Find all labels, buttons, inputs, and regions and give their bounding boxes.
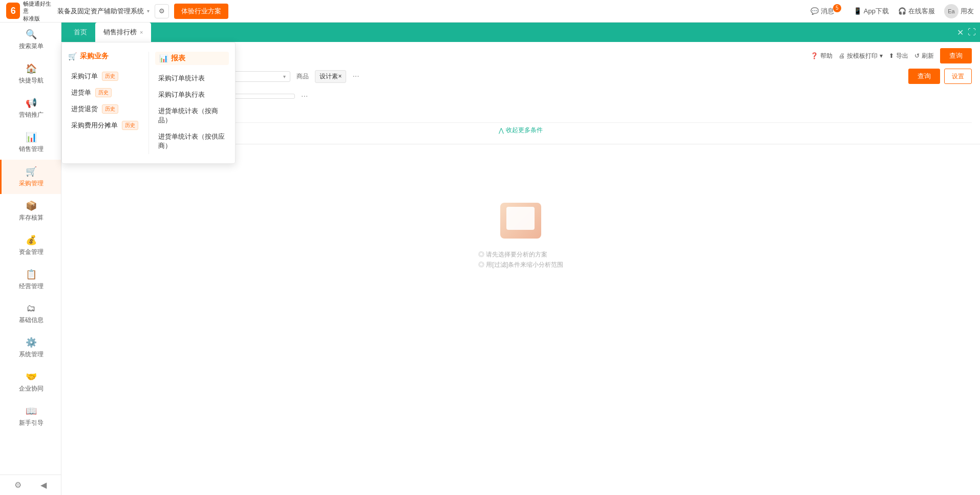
- user-item[interactable]: Ea 用友: [944, 4, 974, 18]
- goods-label: 商品: [296, 72, 309, 81]
- app-download-item[interactable]: 📱 App下载: [854, 7, 889, 16]
- sidebar-item-cooperation[interactable]: 🤝企业协同: [0, 365, 61, 399]
- dropdown-arrow-icon[interactable]: ▾: [147, 8, 150, 14]
- report-menu-item[interactable]: 进货单统计表（按商品）: [155, 103, 229, 128]
- operation-icon: 📋: [26, 269, 37, 280]
- sidebar: 🔍搜索菜单🏠快捷导航📢营销推广📊销售管理🛒采购管理📦库存核算💰资金管理📋经营管理…: [0, 23, 61, 495]
- status-arrow-icon: ▾: [283, 74, 286, 79]
- report-menu-item[interactable]: 采购订单执行表: [155, 87, 229, 103]
- purchase-dropdown-menu: 🛒 采购业务 采购订单历史进货单历史进货退货历史采购费用分摊单历史 📊 报表 采…: [61, 42, 236, 164]
- sidebar-item-sales[interactable]: 📊销售管理: [0, 125, 61, 160]
- tab-sales-rank[interactable]: 销售排行榜 ×: [95, 23, 151, 42]
- logo-area: 6 畅捷通好生意 标准版: [6, 0, 52, 22]
- system-title: 装备及固定资产辅助管理系统 ▾: [57, 7, 150, 16]
- sidebar-settings-btn[interactable]: ⚙: [14, 480, 22, 490]
- industry-button[interactable]: 体验行业方案: [174, 4, 228, 19]
- avatar: Ea: [944, 4, 958, 18]
- dropdown-columns: 🛒 采购业务 采购订单历史进货单历史进货退货历史采购费用分摊单历史 📊 报表 采…: [62, 48, 235, 158]
- goods-dots[interactable]: ···: [352, 72, 359, 81]
- query-button[interactable]: 查询: [940, 48, 972, 63]
- history-badge: 历史: [102, 72, 118, 81]
- tab-home[interactable]: 首页: [66, 23, 95, 42]
- purchase-menu-item[interactable]: 进货退货历史: [68, 101, 142, 117]
- salesperson-dots[interactable]: ···: [301, 92, 308, 101]
- purchase-col: 🛒 采购业务 采购订单历史进货单历史进货退货历史采购费用分摊单历史: [62, 48, 148, 158]
- purchase-icon: 🛒: [26, 166, 37, 177]
- empty-hints: 请先选择要分析的方案 用[过滤]条件来缩小分析范围: [478, 249, 563, 271]
- empty-state-icon: [498, 198, 544, 244]
- headset-icon: 🎧: [898, 7, 906, 15]
- inventory-icon: 📦: [26, 200, 37, 211]
- history-badge: 历史: [102, 104, 118, 114]
- sidebar-item-guide[interactable]: 📖新手引导: [0, 399, 61, 434]
- toolbar-actions: ❓ 帮助 🖨 按模板打印 ▾ ⬆ 导出 ↺ 刷新: [811, 52, 934, 60]
- notification-icon: 💬: [811, 7, 819, 15]
- history-badge: 历史: [95, 88, 112, 97]
- phone-icon: 📱: [854, 7, 862, 15]
- sidebar-item-finance[interactable]: 💰资金管理: [0, 228, 61, 263]
- notification-item[interactable]: 💬 消息 5: [811, 7, 844, 16]
- tab-maximize-icon[interactable]: ⛶: [968, 28, 976, 37]
- sidebar-item-inventory[interactable]: 📦库存核算: [0, 194, 61, 228]
- report-menu-item[interactable]: 采购订单统计表: [155, 70, 229, 87]
- sidebar-item-system[interactable]: ⚙️系统管理: [0, 331, 61, 365]
- sidebar-item-nav[interactable]: 🏠快捷导航: [0, 57, 61, 91]
- settings-icon[interactable]: ⚙: [155, 4, 169, 18]
- sidebar-item-operation[interactable]: 📋经营管理: [0, 263, 61, 297]
- topbar-right: 💬 消息 5 📱 App下载 🎧 在线客服 Ea 用友: [811, 4, 974, 18]
- nav-icon: 🏠: [26, 63, 37, 74]
- sales-icon: 📊: [26, 132, 37, 143]
- tabbar-right: ✕ ⛶: [957, 28, 976, 37]
- purchase-menu-item[interactable]: 采购订单历史: [68, 68, 142, 84]
- purchase-menu-item[interactable]: 进货单历史: [68, 84, 142, 101]
- guide-icon: 📖: [26, 405, 37, 417]
- print-icon: 🖨: [839, 52, 845, 59]
- tabbar: 首页 销售排行榜 × ✕ ⛶: [61, 23, 980, 42]
- sidebar-item-purchase[interactable]: 🛒采购管理: [0, 160, 61, 194]
- sidebar-collapse-btn[interactable]: ◀: [40, 480, 47, 490]
- report-col-icon: 📊: [159, 54, 168, 62]
- purchase-col-icon: 🛒: [68, 52, 77, 60]
- purchase-col-header: 🛒 采购业务: [68, 52, 142, 63]
- export-icon: ⬆: [889, 52, 894, 59]
- system-icon: ⚙️: [26, 337, 37, 348]
- finance-icon: 💰: [26, 234, 37, 246]
- setting-btn[interactable]: 设置: [944, 69, 972, 84]
- print-arrow-icon: ▾: [880, 52, 883, 59]
- empty-state: 请先选择要分析的方案 用[过滤]条件来缩小分析范围: [61, 144, 980, 324]
- notification-badge: 5: [833, 4, 841, 12]
- export-btn[interactable]: ⬆ 导出: [889, 52, 908, 60]
- help-icon: ❓: [811, 52, 818, 59]
- refresh-btn[interactable]: ↺ 刷新: [914, 52, 934, 60]
- report-menu-item[interactable]: 进货单统计表（按供应商）: [155, 128, 229, 154]
- history-badge: 历史: [122, 121, 138, 130]
- search-icon: 🔍: [26, 29, 37, 40]
- sidebar-bottom: ⚙ ◀: [0, 475, 61, 495]
- sidebar-item-marketing[interactable]: 📢营销推广: [0, 91, 61, 125]
- base-icon: 🗂: [27, 303, 36, 314]
- print-btn[interactable]: 🖨 按模板打印 ▾: [839, 52, 883, 60]
- sidebar-item-base[interactable]: 🗂基础信息: [0, 297, 61, 331]
- query-actions: 查询 设置: [908, 69, 972, 84]
- online-service-item[interactable]: 🎧 在线客服: [898, 7, 935, 16]
- report-col: 📊 报表 采购订单统计表采购订单执行表进货单统计表（按商品）进货单统计表（按供应…: [149, 48, 236, 158]
- sidebar-item-search[interactable]: 🔍搜索菜单: [0, 23, 61, 57]
- logo-icon: 6: [6, 3, 20, 19]
- report-col-header: 📊 报表: [155, 52, 229, 65]
- purchase-menu-item[interactable]: 采购费用分摊单历史: [68, 117, 142, 134]
- query-btn-2[interactable]: 查询: [908, 69, 940, 84]
- refresh-icon: ↺: [914, 52, 920, 59]
- goods-tag: 设计素×: [315, 70, 346, 83]
- topbar: 6 畅捷通好生意 标准版 装备及固定资产辅助管理系统 ▾ ⚙ 体验行业方案 💬 …: [0, 0, 980, 23]
- cooperation-icon: 🤝: [26, 371, 37, 382]
- help-btn[interactable]: ❓ 帮助: [811, 52, 833, 60]
- logo-text: 畅捷通好生意 标准版: [23, 0, 52, 22]
- tab-close-all-icon[interactable]: ✕: [957, 28, 964, 37]
- tab-close-icon[interactable]: ×: [140, 29, 143, 35]
- marketing-icon: 📢: [26, 97, 37, 109]
- collapse-up-icon: ⋀: [499, 127, 504, 134]
